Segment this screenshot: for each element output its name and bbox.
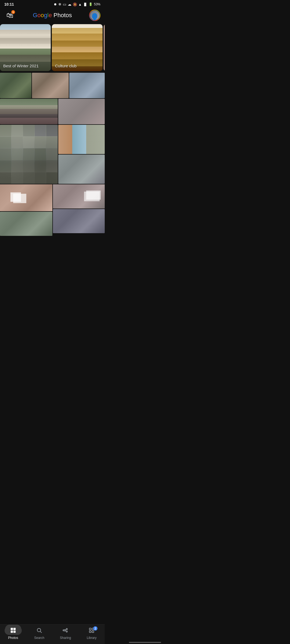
bottom-photo-4[interactable] [53, 209, 105, 233]
shopping-bag-button[interactable]: 🛍 1 [4, 10, 16, 21]
album-card-culture[interactable]: Culture club [52, 24, 103, 71]
status-time: 10:11 [4, 2, 14, 6]
photos-icon [10, 627, 16, 635]
bottom-nav: Photos Search Sharing 2 [0, 624, 105, 644]
battery-icon: 🔋 [89, 2, 93, 6]
bottom-photo-2[interactable] [0, 212, 52, 236]
album-card-winter[interactable]: Best of Winter 2021 [0, 24, 51, 71]
photo-row-2 [0, 99, 105, 124]
svg-point-8 [66, 631, 67, 632]
record-icon: ⏺ [54, 2, 57, 6]
nav-photos[interactable]: Photos [0, 625, 26, 641]
nav-sharing[interactable]: Sharing [52, 625, 79, 641]
photo-2[interactable] [32, 73, 69, 98]
app-title-photos: Photos [53, 12, 72, 19]
logo-letter-o1: o [37, 12, 41, 19]
nav-library[interactable]: 2 Library [79, 625, 105, 641]
tablet-icon: ▭ [63, 2, 66, 6]
svg-rect-1 [13, 628, 16, 630]
mute-icon: 🔕 [73, 2, 77, 6]
album-title-winter: Best of Winter 2021 [3, 63, 39, 69]
big-photo-left[interactable] [0, 125, 58, 184]
shopping-badge: 1 [11, 10, 15, 14]
svg-rect-15 [89, 631, 91, 632]
nav-library-label: Library [87, 636, 97, 640]
nav-search[interactable]: Search [26, 625, 53, 641]
nav-sharing-label: Sharing [60, 636, 71, 640]
big-photo-right [58, 125, 105, 184]
album-title-culture: Culture club [55, 63, 77, 69]
photo-5[interactable] [58, 99, 105, 124]
nav-spacer [0, 236, 105, 260]
pixel-overlay [0, 125, 58, 184]
logo-letter-g2: g [44, 12, 47, 19]
logo-letter-e: e [49, 12, 52, 19]
photo-1[interactable] [0, 73, 31, 98]
svg-point-4 [37, 628, 41, 632]
wind-icon: ❄ [58, 2, 61, 6]
svg-rect-3 [13, 631, 16, 633]
nav-search-label: Search [34, 636, 44, 640]
photo-content: Best of Winter 2021 Culture club [0, 24, 105, 260]
svg-point-11 [63, 630, 64, 631]
big-photo-right-bottom[interactable] [58, 155, 105, 184]
status-icons: ⏺ ❄ ▭ ☁ 🔕 ▲ ▐▌ 🔋 53% [54, 2, 101, 6]
svg-line-9 [65, 630, 66, 630]
avatar-image: 👤 [90, 10, 100, 20]
big-photo-right-top[interactable] [58, 125, 105, 154]
svg-rect-0 [11, 628, 13, 630]
library-badge: 2 [93, 626, 97, 631]
photo-4[interactable] [0, 99, 58, 124]
app-title: Google Photos [33, 12, 72, 19]
svg-line-5 [40, 631, 42, 633]
logo-letter-o2: o [41, 12, 44, 19]
svg-line-10 [65, 631, 66, 631]
bottom-photo-1[interactable] [0, 184, 52, 211]
bottom-photos [0, 184, 105, 236]
photo-row-1 [0, 73, 105, 98]
bottom-right-col [53, 184, 105, 236]
svg-rect-2 [11, 631, 13, 633]
search-icon [36, 627, 42, 635]
top-bar: 🛍 1 Google Photos 👤 [0, 8, 105, 24]
cloud-icon: ☁ [68, 2, 71, 6]
sharing-icon [63, 627, 68, 635]
albums-row: Best of Winter 2021 Culture club [0, 24, 105, 72]
wifi-icon: ▲ [78, 2, 82, 6]
nav-photos-label: Photos [8, 636, 18, 640]
svg-point-7 [66, 628, 67, 630]
bottom-left-col [0, 184, 52, 236]
status-bar: 10:11 ⏺ ❄ ▭ ☁ 🔕 ▲ ▐▌ 🔋 53% [0, 0, 105, 8]
photo-3[interactable] [69, 73, 105, 98]
big-photo-section [0, 125, 105, 184]
album-partial[interactable] [104, 24, 105, 71]
battery-level: 53% [94, 2, 100, 6]
avatar-person-icon: 👤 [90, 14, 99, 20]
svg-rect-13 [89, 628, 91, 630]
signal-icon: ▐▌ [83, 3, 87, 6]
svg-rect-16 [92, 631, 94, 632]
avatar-button[interactable]: 👤 [89, 10, 100, 21]
bottom-photo-3[interactable] [53, 184, 105, 208]
logo-letter-g: G [33, 12, 37, 19]
